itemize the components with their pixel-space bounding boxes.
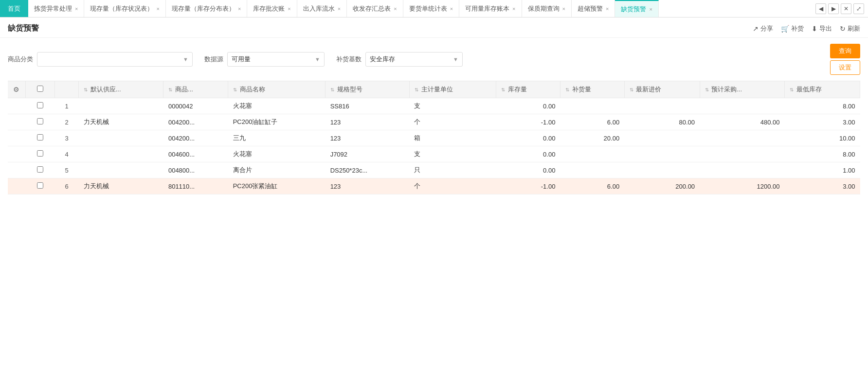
- category-select[interactable]: ▼: [37, 52, 193, 67]
- export-button[interactable]: ⬇ 导出: [812, 24, 832, 33]
- query-button[interactable]: 查询: [830, 44, 860, 58]
- row-checkbox-cell: [25, 146, 55, 162]
- datasource-select[interactable]: 可用量 ▼: [227, 52, 325, 67]
- column-unit[interactable]: ⇅ 主计量单位: [409, 81, 496, 98]
- row-spec-cell: J7092: [326, 146, 410, 162]
- row-num-cell: 1: [55, 98, 79, 114]
- column-latest-price[interactable]: ⇅ 最新进价: [624, 81, 700, 98]
- table-row: 3 004200... 三九 123 箱 0.00 20.00 10.00: [8, 130, 860, 146]
- tab-close-icon[interactable]: ×: [512, 6, 515, 12]
- refresh-button[interactable]: ↻ 刷新: [840, 24, 860, 33]
- tab-close-icon[interactable]: ×: [450, 6, 453, 12]
- tab-label: 库存批次账: [253, 4, 285, 13]
- column-label: 规格型号: [337, 86, 362, 93]
- row-checkbox[interactable]: [37, 182, 43, 189]
- tab-label: 超储预警: [578, 4, 603, 13]
- tab-overstock[interactable]: 超储预警 ×: [572, 0, 615, 17]
- tab-close-icon[interactable]: ×: [338, 6, 341, 12]
- tab-batch-account[interactable]: 库存批次账 ×: [247, 0, 297, 17]
- column-default-supplier[interactable]: ⇅ 默认供应...: [79, 81, 163, 98]
- tab-expand-button[interactable]: ⤢: [853, 3, 864, 14]
- share-icon: ↗: [753, 25, 759, 33]
- tab-inout-flow[interactable]: 出入库流水 ×: [297, 0, 347, 17]
- tab-close-icon[interactable]: ×: [649, 6, 652, 12]
- tab-close-icon[interactable]: ×: [288, 6, 290, 12]
- tab-close-icon[interactable]: ×: [394, 6, 397, 12]
- tab-prev-button[interactable]: ◀: [815, 3, 826, 14]
- tab-close-icon[interactable]: ×: [562, 6, 565, 12]
- category-dropdown-arrow: ▼: [183, 56, 188, 62]
- column-product-name[interactable]: ⇅ 商品名称: [228, 81, 326, 98]
- column-product-code[interactable]: ⇅ 商品...: [163, 81, 228, 98]
- tab-shortage[interactable]: 缺货预警 ×: [615, 0, 658, 17]
- replenish-base-value: 安全库存: [370, 55, 395, 64]
- replenish-button[interactable]: 🛒 补货: [781, 24, 804, 33]
- row-checkbox[interactable]: [37, 134, 43, 141]
- table-row: 2 力天机械 004200... PC200油缸缸子 123 个 -1.00 6…: [8, 114, 860, 130]
- row-num-cell: 2: [55, 114, 79, 130]
- row-supplier-cell: 力天机械: [79, 114, 163, 130]
- row-estimated-purchase-cell: [700, 98, 784, 114]
- tab-inventory-status[interactable]: 现存量（库存状况表） ×: [84, 0, 165, 17]
- column-min-stock[interactable]: ⇅ 最低库存: [784, 81, 860, 98]
- row-estimated-purchase-cell: 1200.00: [700, 178, 784, 194]
- tab-close-icon[interactable]: ×: [606, 6, 609, 12]
- tab-nav-buttons: ◀ ▶ ✕ ⤢: [812, 3, 868, 14]
- replenish-base-select[interactable]: 安全库存 ▼: [365, 52, 463, 67]
- column-label: 最低库存: [796, 86, 822, 93]
- tab-close-icon[interactable]: ×: [238, 6, 241, 12]
- column-estimated-purchase[interactable]: ⇅ 预计采购...: [700, 81, 784, 98]
- share-button[interactable]: ↗ 分享: [753, 24, 773, 33]
- tab-label: 出入库流水: [303, 4, 335, 13]
- datasource-label: 数据源: [204, 55, 223, 64]
- column-label: 预计采购...: [711, 86, 742, 93]
- column-stock[interactable]: ⇅ 库存量: [496, 81, 561, 98]
- tab-next-button[interactable]: ▶: [828, 3, 839, 14]
- table-row: 5 004800... 离合片 DS250*23c... 只 0.00 1.00: [8, 162, 860, 178]
- column-replenish-qty[interactable]: ⇅ 补货量: [560, 81, 624, 98]
- tab-close-all-button[interactable]: ✕: [841, 3, 851, 14]
- column-spec[interactable]: ⇅ 规格型号: [326, 81, 410, 98]
- tab-close-icon[interactable]: ×: [75, 6, 78, 12]
- export-icon: ⬇: [812, 25, 817, 33]
- export-label: 导出: [819, 24, 832, 33]
- tab-receive-summary[interactable]: 收发存汇总表 ×: [347, 0, 403, 17]
- row-latest-price-cell: [624, 162, 700, 178]
- row-replenish-qty-cell: 20.00: [560, 130, 624, 146]
- row-checkbox[interactable]: [37, 118, 43, 124]
- tab-inventory-dist[interactable]: 现存量（库存分布表） ×: [166, 0, 247, 17]
- row-checkbox-cell: [25, 162, 55, 178]
- tab-label: 现存量（库存分布表）: [172, 4, 235, 13]
- row-min-stock-cell: 10.00: [784, 130, 860, 146]
- page-content: 缺货预警 ↗ 分享 🛒 补货 ⬇ 导出 ↻ 刷新 商品分类: [0, 18, 868, 387]
- row-num-cell: 4: [55, 146, 79, 162]
- row-checkbox[interactable]: [37, 102, 43, 108]
- tab-home[interactable]: 首页: [0, 0, 28, 17]
- filter-right-buttons: 查询 设置: [830, 44, 860, 75]
- tab-abnormal[interactable]: 拣货异常处理 ×: [28, 0, 84, 17]
- row-checkbox[interactable]: [37, 150, 43, 157]
- tab-close-icon[interactable]: ×: [156, 6, 159, 12]
- tab-expiry-query[interactable]: 保质期查询 ×: [522, 0, 572, 17]
- row-stock-cell: 0.00: [496, 98, 561, 114]
- row-supplier-cell: [79, 146, 163, 162]
- column-gear[interactable]: ⚙: [8, 81, 25, 98]
- tab-available-ledger[interactable]: 可用量库存账本 ×: [459, 0, 522, 17]
- row-unit-cell: 箱: [409, 130, 496, 146]
- row-checkbox[interactable]: [37, 166, 43, 173]
- row-estimated-purchase-cell: [700, 162, 784, 178]
- row-spec-cell: SS816: [326, 98, 410, 114]
- row-supplier-cell: 力天机械: [79, 178, 163, 194]
- column-label: 默认供应...: [90, 86, 121, 93]
- tab-order-stats[interactable]: 要货单统计表 ×: [403, 0, 459, 17]
- select-all-checkbox[interactable]: [37, 86, 43, 92]
- row-min-stock-cell: 1.00: [784, 162, 860, 178]
- table-header-row: ⚙ ⇅ 默认供应... ⇅ 商品... ⇅: [8, 81, 860, 98]
- tab-label: 保质期查询: [528, 4, 560, 13]
- settings-button[interactable]: 设置: [830, 60, 860, 75]
- row-stock-cell: 0.00: [496, 130, 561, 146]
- refresh-icon: ↻: [840, 25, 846, 33]
- row-min-stock-cell: 8.00: [784, 146, 860, 162]
- row-gear-cell: [8, 114, 25, 130]
- column-label: 库存量: [508, 86, 527, 93]
